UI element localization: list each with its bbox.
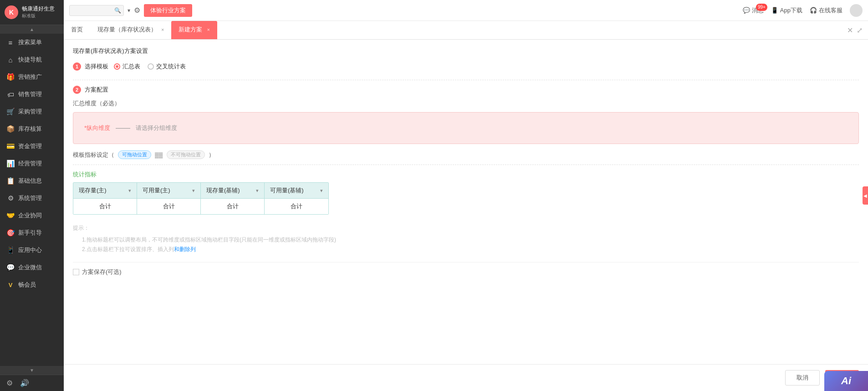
stats-col-2[interactable]: 现存量(基辅) ▾	[201, 183, 265, 198]
sidebar-scroll-up[interactable]: ▲	[0, 25, 64, 34]
expand-icon[interactable]: ⤢	[857, 26, 863, 35]
tab-inventory[interactable]: 现存量（库存状况表） ×	[90, 21, 171, 39]
sidebar-item-purchase[interactable]: 🛒 采购管理	[0, 103, 64, 120]
search-menu-icon: ≡	[6, 38, 15, 46]
stats-col-0[interactable]: 现存量(主) ▾	[73, 183, 137, 198]
radio-crosstab[interactable]: 交叉统计表	[148, 62, 186, 71]
gift-icon: 🎁	[6, 73, 15, 81]
chevron-down-icon-1[interactable]: ▾	[192, 188, 195, 194]
tab-new-plan[interactable]: 新建方案 ×	[171, 21, 217, 39]
section2-title: 方案配置	[85, 86, 108, 94]
sidebar: K 畅康通好生意 标准版 ▲ ≡ 搜索菜单 ⌂ 快捷导航 🎁 营销推广 🏷 销售…	[0, 0, 64, 391]
topbar-settings-icon[interactable]: ⚙	[134, 6, 140, 15]
stats-col-1-label: 可用量(主)	[143, 186, 170, 195]
template-radio-group: 汇总表 交叉统计表	[114, 62, 186, 71]
chat-icon: 💬	[6, 263, 15, 272]
divider1	[73, 80, 859, 80]
stats-col-1[interactable]: 可用量(主) ▾	[137, 183, 201, 198]
logo-sub: 标准版	[22, 13, 55, 19]
section2-header: 2 方案配置	[73, 86, 859, 94]
sidebar-item-guide[interactable]: 🎯 新手引导	[0, 224, 64, 242]
stats-col-3[interactable]: 可用量(基辅) ▾	[265, 183, 328, 198]
sidebar-scroll-down[interactable]: ▼	[0, 366, 64, 375]
tab-inventory-label: 现存量（库存状况表）	[97, 26, 157, 34]
avatar[interactable]	[850, 4, 863, 17]
stats-section-label: 统计指标	[73, 170, 859, 179]
sidebar-item-label: 经营管理	[18, 159, 42, 168]
chevron-down-icon-2[interactable]: ▾	[256, 188, 259, 194]
collapse-icon[interactable]: ✕	[847, 26, 853, 35]
vip-icon: V	[6, 281, 15, 289]
speaker-icon[interactable]: 🔊	[20, 379, 29, 387]
radio-summary[interactable]: 汇总表	[114, 62, 140, 71]
tab-inventory-close[interactable]: ×	[161, 27, 164, 32]
sidebar-item-quicknav[interactable]: ⌂ 快捷导航	[0, 51, 64, 68]
sidebar-item-sales[interactable]: 🏷 销售管理	[0, 86, 64, 103]
sidebar-nav: ≡ 搜索菜单 ⌂ 快捷导航 🎁 营销推广 🏷 销售管理 🛒 采购管理 📦 库存核…	[0, 34, 64, 366]
chevron-down-icon-3[interactable]: ▾	[320, 188, 323, 194]
app-download-label: App下载	[780, 6, 802, 15]
right-panel-toggle[interactable]: ◀	[863, 186, 868, 205]
sidebar-item-label: 销售管理	[18, 90, 42, 98]
app-icon: 📱	[771, 7, 778, 14]
clipboard-icon: 📋	[6, 177, 15, 185]
cart-icon: 🛒	[6, 108, 15, 116]
phone-icon: 📱	[6, 246, 15, 254]
stats-table-body: 合计 合计 合计 合计	[73, 198, 328, 214]
radio-summary-label: 汇总表	[123, 62, 140, 71]
sidebar-item-wechat[interactable]: 💬 企业微信	[0, 259, 64, 276]
stats-cell-1: 合计	[137, 199, 201, 214]
draggable-tag: 可拖动位置	[118, 150, 151, 159]
cancel-button[interactable]: 取消	[785, 370, 820, 386]
stats-table: 现存量(主) ▾ 可用量(主) ▾ 现存量(基辅) ▾ 可用量(基辅)	[73, 182, 329, 215]
sidebar-item-inventory[interactable]: 📦 库存核算	[0, 120, 64, 138]
sidebar-item-label: 采购管理	[18, 108, 42, 116]
ai-label: Ai	[841, 375, 851, 387]
sidebar-item-label: 搜索菜单	[18, 38, 42, 46]
dimension-dash: ——	[116, 124, 130, 132]
message-item[interactable]: 💬 消息 99+	[743, 6, 764, 15]
sidebar-item-apps[interactable]: 📱 应用中心	[0, 242, 64, 259]
page-title: 现存量(库存状况表)方案设置	[73, 47, 859, 55]
tips-item-2: 2.点击标题栏下拉可设置排序、插入列和删除列	[73, 245, 859, 255]
save-checkbox[interactable]	[73, 269, 79, 275]
dimension-box[interactable]: *纵向维度 —— 请选择分组维度	[73, 112, 859, 144]
ai-float-button[interactable]: Ai	[824, 371, 868, 391]
radio-summary-circle	[114, 63, 120, 70]
online-service-label: 在线客服	[819, 6, 842, 15]
tab-home[interactable]: 首页	[64, 21, 90, 39]
tab-new-plan-label: 新建方案	[179, 26, 202, 34]
divider2	[73, 165, 859, 165]
sidebar-item-label: 快捷导航	[18, 56, 42, 64]
sidebar-item-member[interactable]: V 畅会员	[0, 276, 64, 293]
online-service-item[interactable]: 🎧 在线客服	[810, 6, 842, 15]
sidebar-item-system[interactable]: ⚙ 系统管理	[0, 190, 64, 207]
dropdown-icon[interactable]: ▾	[128, 7, 130, 14]
sidebar-logo: K 畅康通好生意 标准版	[0, 0, 64, 25]
sidebar-item-basic[interactable]: 📋 基础信息	[0, 172, 64, 190]
chevron-down-icon-0[interactable]: ▾	[128, 188, 131, 194]
stats-cell-0: 合计	[73, 199, 137, 214]
sidebar-item-label: 企业微信	[18, 263, 42, 272]
gear-icon[interactable]: ⚙	[6, 379, 13, 387]
sidebar-item-label: 库存核算	[18, 125, 42, 133]
logo-icon: K	[5, 5, 18, 19]
stats-cell-3: 合计	[265, 199, 328, 214]
sidebar-item-management[interactable]: 📊 经营管理	[0, 155, 64, 172]
trial-btn[interactable]: 体验行业方案	[144, 4, 192, 17]
tabs-bar: 首页 现存量（库存状况表） × 新建方案 × ✕ ⤢	[64, 21, 868, 40]
stats-cell-2: 合计	[201, 199, 265, 214]
sidebar-item-finance[interactable]: 💳 资金管理	[0, 138, 64, 155]
sidebar-item-marketing[interactable]: 🎁 营销推广	[0, 68, 64, 86]
main-area: 🔍 ▾ ⚙ 体验行业方案 💬 消息 99+ 📱 App下载 🎧 在线客服	[64, 0, 868, 391]
app-download-item[interactable]: 📱 App下载	[771, 6, 802, 15]
sidebar-item-coop[interactable]: 🤝 企业协同	[0, 207, 64, 224]
sidebar-item-search[interactable]: ≡ 搜索菜单	[0, 34, 64, 51]
headset-icon: 🎧	[810, 7, 817, 14]
indicator-label-end: ）	[209, 151, 214, 159]
sidebar-item-label: 资金管理	[18, 142, 42, 150]
radio-crosstab-label: 交叉统计表	[156, 62, 186, 71]
sidebar-item-label: 系统管理	[18, 194, 42, 202]
tab-new-plan-close[interactable]: ×	[207, 27, 209, 32]
aggregate-label: 汇总维度（必选）	[73, 99, 859, 108]
